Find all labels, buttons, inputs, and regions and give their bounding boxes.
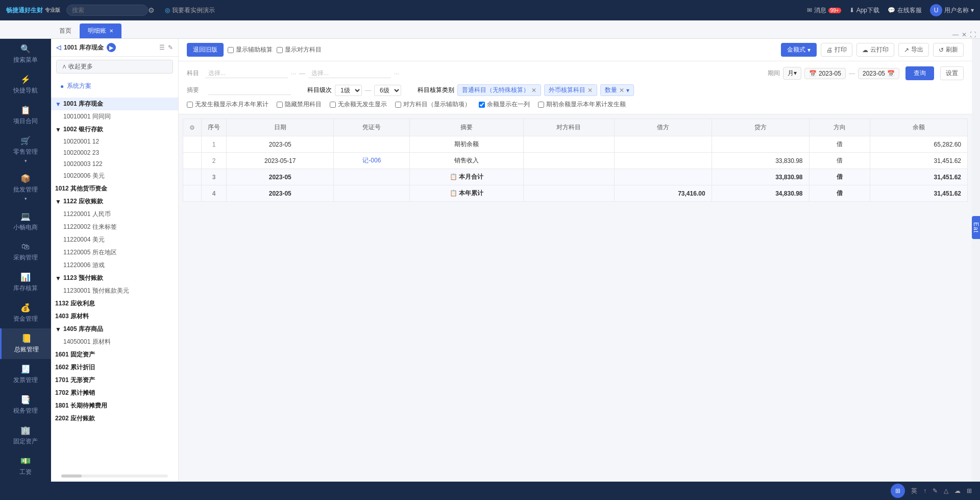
tree-item-14050001[interactable]: 14050001 原材料 [51,336,178,348]
option-1[interactable]: 隐藏禁用科目 [277,100,322,109]
option-2[interactable]: 无余额无发生显示 [330,100,387,109]
level-end-select[interactable]: 6级5级4级 [374,85,401,96]
list-view-icon[interactable]: ☰ [159,44,165,51]
level-start-select[interactable]: 1级2级3级 [335,85,362,96]
tree-item-11220004[interactable]: 11220004 美元 [51,233,178,246]
tree-item-10020003[interactable]: 10020003 122 [51,158,178,170]
option-0[interactable]: 无发生额显示本月本年累计 [187,100,268,109]
left-panel-arrow[interactable]: ▶ [107,43,116,52]
filter-tag-0-remove[interactable]: ✕ [531,87,536,94]
subject-input-end[interactable] [308,68,391,78]
sidebar-item-tax[interactable]: 📑 税务管理 [0,390,51,420]
cloud-print-btn[interactable]: ☁ 云打印 [856,43,894,57]
bottom-item-3[interactable]: △ [944,487,948,494]
tree-item-1123[interactable]: ▼ 1123 预付账款 [51,272,178,284]
tree-item-11220002[interactable]: 11220002 往来标签 [51,221,178,233]
app-download-btn[interactable]: ⬇ App下载 [849,6,879,15]
row-2-voucher[interactable]: 记-006 [334,153,410,169]
demo-link[interactable]: ◎ 我要看实例演示 [165,6,215,15]
bottom-item-4[interactable]: ☁ [954,487,961,494]
tree-item-2202[interactable]: 2202 应付账款 [51,412,178,425]
tab-close-icon[interactable]: ✕ [109,28,113,34]
scroll-indicator[interactable] [61,474,168,478]
tree-item-11220006[interactable]: 11220006 游戏 [51,259,178,272]
edit-icon[interactable]: ✎ [168,44,173,51]
period-start-input[interactable]: 📅 2023-05 [804,68,846,79]
tree-item-1012[interactable]: 1012 其他货币资金 [51,182,178,195]
option-4[interactable]: 余额显示在一列 [479,100,530,109]
export-btn[interactable]: ↗ 导出 [898,43,929,57]
tree-item-11220005[interactable]: 11220005 所在地区 [51,246,178,259]
sidebar-item-project[interactable]: 📋 项目合同 [0,100,51,131]
tree-item-1403[interactable]: 1403 原材料 [51,310,178,323]
tab-detail[interactable]: 明细账 ✕ [80,23,121,38]
summary-input[interactable] [208,85,291,95]
tree-item-11220001[interactable]: 11220001 人民币 [51,208,178,221]
tree-item-1801[interactable]: 1801 长期待摊费用 [51,399,178,412]
amount-format-btn[interactable]: 金额式 ▾ [781,43,817,57]
window-close-icon[interactable]: ✕ [962,31,967,38]
show-aux-checkbox[interactable] [228,47,234,53]
refresh-btn[interactable]: ↺ 刷新 [933,43,964,57]
sidebar-item-retail[interactable]: 🛒 零售管理 ▾ [0,131,51,169]
option-2-check[interactable] [330,102,336,108]
tree-item-1002[interactable]: ▼ 1002 银行存款 [51,123,178,136]
tree-item-1702[interactable]: 1702 累计摊销 [51,387,178,399]
voucher-link[interactable]: 记-006 [362,157,381,164]
tree-item-10020002[interactable]: 10020002 23 [51,147,178,158]
period-end-input[interactable]: 2023-05 📅 [858,68,899,79]
tree-item-1001[interactable]: ▼ 1001 库存现金 [51,98,178,110]
filter-tag-2-remove[interactable]: ✕ [619,87,624,94]
bottom-item-1[interactable]: ↑ [923,487,926,494]
tree-item-10020006[interactable]: 10020006 美元 [51,170,178,182]
sidebar-item-fixedasset[interactable]: 🏢 固定资产 [0,420,51,451]
top-settings-icon[interactable]: ⚙ [148,6,155,14]
sidebar-item-wholesale[interactable]: 📦 批发管理 ▾ [0,169,51,206]
tag-2-arrow[interactable]: ▾ [626,87,629,94]
sidebar-item-ecommerce[interactable]: 💻 小畅电商 [0,206,51,237]
option-5[interactable]: 期初余额显示本年累计发生额 [538,100,626,109]
user-avatar-btn[interactable]: U 用户名称 ▾ [930,4,974,16]
option-0-check[interactable] [187,102,193,108]
tree-item-1701[interactable]: 1701 无形资产 [51,374,178,387]
option-1-check[interactable] [277,102,283,108]
show-contra-checkbox[interactable] [277,47,283,53]
window-minimize-icon[interactable]: — [952,31,959,38]
print-btn[interactable]: 🖨 打印 [821,43,852,57]
setting-btn[interactable]: 设置 [940,66,964,80]
tree-item-1405[interactable]: ▼ 1405 库存商品 [51,323,178,336]
tree-item-10020001[interactable]: 10020001 12 [51,136,178,147]
expand-btn[interactable]: ∧ 收起更多 [56,60,173,74]
tab-home[interactable]: 首页 [51,23,80,38]
sidebar-item-ledger[interactable]: 📒 总账管理 [0,328,51,359]
query-btn[interactable]: 查询 [905,66,934,80]
table-settings-icon[interactable]: ⚙ [189,124,195,131]
option-5-check[interactable] [538,102,544,108]
tree-item-1122[interactable]: ▼ 1122 应收账款 [51,195,178,208]
top-search-input[interactable] [66,5,148,16]
tree-item-1602[interactable]: 1602 累计折旧 [51,361,178,374]
back-btn[interactable]: 退回旧版 [187,43,224,57]
sidebar-item-invoice[interactable]: 🧾 发票管理 [0,359,51,390]
option-3-check[interactable] [395,102,401,108]
window-expand-icon[interactable]: ⛶ [970,31,976,38]
sidebar-item-quicknav[interactable]: ⚡ 快捷导航 [0,69,51,100]
show-aux-checkbox-label[interactable]: 显示辅助核算 [228,45,273,54]
bottom-item-2[interactable]: ✎ [933,487,938,494]
bottom-item-5[interactable]: ⊞ [967,487,972,494]
scheme-item[interactable]: ● 系统方案 [56,80,173,92]
tree-item-1132[interactable]: 1132 应收利息 [51,297,178,310]
tree-item-10010001[interactable]: 10010001 同同同 [51,110,178,123]
sidebar-item-search[interactable]: 🔍 搜索菜单 [0,39,51,69]
tree-item-1601[interactable]: 1601 固定资产 [51,348,178,361]
bottom-blue-btn[interactable]: ⊞ [891,484,905,498]
sidebar-item-inventory[interactable]: 📊 库存核算 [0,267,51,298]
option-4-check[interactable] [479,102,485,108]
bottom-en-btn[interactable]: 英 [911,487,917,495]
subject-input-start[interactable] [205,68,288,78]
sidebar-item-purchase[interactable]: 🛍 采购管理 [0,237,51,267]
right-collapse-btn[interactable]: Eat [972,216,980,239]
filter-tag-1-remove[interactable]: ✕ [587,87,593,94]
sidebar-item-salary[interactable]: 💵 工资 [0,451,51,482]
sidebar-item-capital[interactable]: 💰 资金管理 [0,298,51,328]
